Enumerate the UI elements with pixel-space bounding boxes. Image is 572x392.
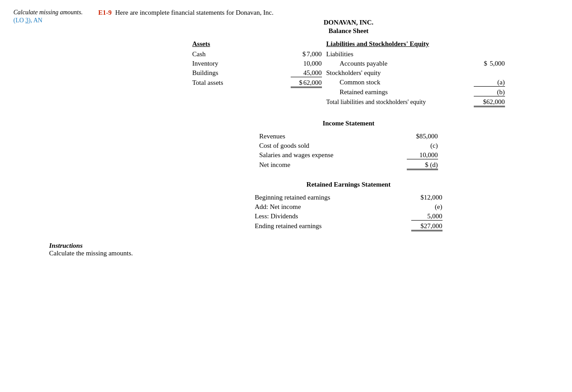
stockholders-equity-header: Stockholders' equity: [326, 69, 505, 77]
cash-label: Cash: [192, 50, 206, 58]
income-statement-title: Income Statement: [138, 120, 559, 127]
retained-earnings-title: Retained Earnings Statement: [138, 181, 559, 188]
liabilities-subheader: Liabilities: [326, 50, 505, 58]
less-dividends-value: 5,000: [411, 213, 443, 221]
cogs-value: (c): [407, 142, 438, 150]
total-liabilities-label: Total liabilities and stockholders' equi…: [326, 99, 426, 106]
problem-text: Here are incomplete financial statements…: [115, 9, 273, 17]
less-dividends-label: Less: Dividends: [255, 213, 298, 220]
cogs-label: Cost of goods sold: [259, 142, 309, 150]
salaries-label: Salaries and wages expense: [259, 151, 334, 159]
retained-earnings-bs-value: (b): [474, 88, 505, 96]
inventory-label: Inventory: [192, 60, 218, 67]
accounts-payable-label: Accounts payable: [340, 60, 388, 67]
instructions-text: Calculate the missing amounts.: [49, 250, 559, 257]
revenues-value: $85,000: [407, 133, 438, 140]
ending-retained-value: $27,000: [411, 222, 443, 231]
add-net-income-value: (e): [411, 203, 443, 211]
cash-value: $7,000: [291, 50, 322, 58]
total-assets-label: Total assets: [192, 79, 223, 87]
problem-id: E1-9: [98, 9, 112, 17]
ending-retained-label: Ending retained earnings: [255, 222, 322, 230]
liabilities-equity-header: Liabilities and Stockholders' Equity: [326, 40, 505, 48]
beginning-retained-value: $12,000: [411, 194, 443, 201]
salaries-value: 10,000: [407, 151, 438, 159]
retained-earnings-bs-label: Retained earnings: [340, 88, 388, 96]
instructions-title: Instructions: [49, 242, 559, 250]
inventory-value: 10,000: [291, 60, 322, 67]
total-liabilities-value: $62,000: [474, 98, 505, 107]
accounts-payable-value: $ 5,000: [474, 60, 505, 67]
company-name: DONAVAN, INC.: [138, 19, 559, 26]
buildings-value: 45,000: [291, 69, 322, 77]
buildings-label: Buildings: [192, 69, 218, 77]
assets-header: Assets: [192, 40, 326, 48]
net-income-value: $ (d): [407, 161, 438, 170]
balance-sheet-title: Balance Sheet: [138, 27, 559, 35]
total-assets-value: $62,000: [291, 79, 322, 88]
revenues-label: Revenues: [259, 133, 285, 140]
lo-label: (LO 3), AN: [13, 17, 85, 24]
beginning-retained-label: Beginning retained earnings: [255, 194, 330, 201]
calculate-label: Calculate missing amounts.: [13, 9, 85, 16]
common-stock-value: (a): [474, 79, 505, 87]
net-income-label: Net income: [259, 161, 291, 169]
add-net-income-label: Add: Net income: [255, 203, 301, 211]
common-stock-label: Common stock: [340, 79, 380, 86]
